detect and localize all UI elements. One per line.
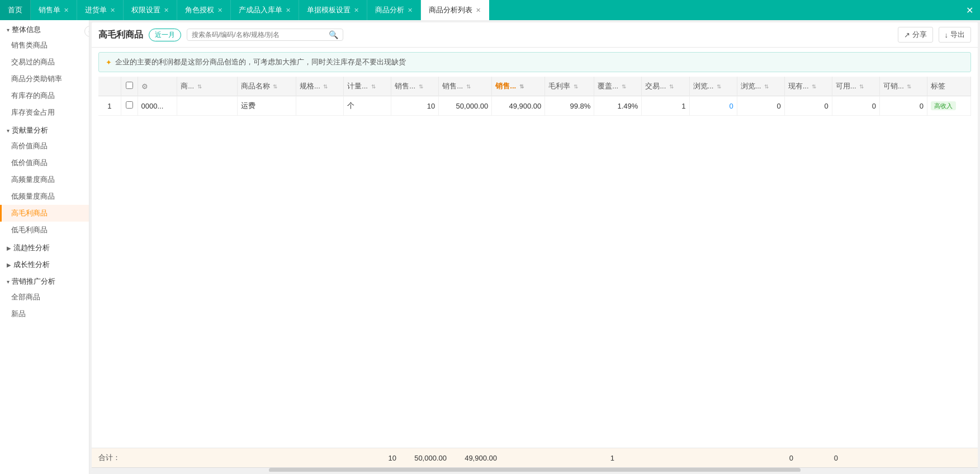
select-all-checkbox[interactable] xyxy=(126,82,133,89)
close-icon[interactable]: ✕ xyxy=(408,7,413,14)
scrollbar-thumb[interactable] xyxy=(269,468,801,472)
sort-icon: ⇅ xyxy=(907,83,911,90)
sidebar-item-high-value[interactable]: 高价值商品 xyxy=(0,138,89,154)
table-row: 1 0000... 运费 xyxy=(98,96,971,116)
footer-total-bar: 合计： 10 50,000.00 49,900.00 1 0 0 xyxy=(92,448,978,467)
sidebar-item-low-margin[interactable]: 低毛利商品 xyxy=(0,222,89,238)
sidebar-group-marketing[interactable]: ▾ 营销推广分析 xyxy=(0,272,89,289)
sidebar-group-trend[interactable]: ▶ 流趋性分析 xyxy=(0,238,89,255)
col-current-stock-header[interactable]: 现有... ⇅ xyxy=(784,77,832,96)
col-sales-amount-header[interactable]: 销售... ⇅ xyxy=(439,77,492,96)
footer-transaction: 1 xyxy=(579,454,618,462)
nav-item-permission[interactable]: 权限设置 ✕ xyxy=(124,0,177,20)
col-sales-profit-header[interactable]: 销售... ⇅ xyxy=(492,77,545,96)
settings-icon[interactable]: ⚙ xyxy=(141,82,148,91)
search-box: 🔍 xyxy=(187,29,343,41)
sidebar-item-category-rate[interactable]: 商品分类助销率 xyxy=(0,71,89,87)
col-gross-rate-header[interactable]: 毛利率 ⇅ xyxy=(545,77,594,96)
nav-item-home[interactable]: 首页 xyxy=(0,0,31,20)
sidebar-item-all-goods[interactable]: 全部商品 xyxy=(0,289,89,306)
period-button[interactable]: 近一月 xyxy=(149,29,181,41)
col-settings-header[interactable]: ⚙ xyxy=(138,77,177,96)
share-button[interactable]: ↗ 分享 xyxy=(898,27,933,43)
content-header: 高毛利商品 近一月 🔍 ↗ 分享 ↓ 导出 xyxy=(92,22,978,48)
close-icon[interactable]: ✕ xyxy=(217,7,222,14)
sidebar-item-high-margin[interactable]: 高毛利商品 xyxy=(0,205,89,222)
sort-icon: ⇅ xyxy=(859,83,864,90)
footer-sales-amount: 50,000.00 xyxy=(400,454,450,462)
col-sales-qty-header[interactable]: 销售... ⇅ xyxy=(391,77,439,96)
row-product-name: 运费 xyxy=(237,96,296,116)
nav-item-product-analysis[interactable]: 商品分析 ✕ xyxy=(367,0,421,20)
window-close-button[interactable]: ✕ xyxy=(959,0,980,20)
close-icon[interactable]: ✕ xyxy=(110,7,115,14)
sort-icon: ⇅ xyxy=(622,83,626,90)
close-icon[interactable]: ✕ xyxy=(164,7,169,14)
row-spec xyxy=(296,96,343,116)
sort-icon: ⇅ xyxy=(371,83,376,90)
sidebar: « ▾ 整体信息 销售类商品 交易过的商品 商品分类助销率 有库存的商品 库存资… xyxy=(0,20,89,474)
chevron-right-icon: ▶ xyxy=(7,262,11,268)
search-input[interactable] xyxy=(192,31,329,39)
row-browse1[interactable]: 0 xyxy=(689,96,737,116)
nav-item-product-in[interactable]: 产成品入库单 ✕ xyxy=(231,0,299,20)
sort-icon: ⇅ xyxy=(197,83,202,90)
row-checkbox[interactable] xyxy=(126,101,133,109)
row-checkbox-cell xyxy=(121,96,138,116)
info-icon: ✦ xyxy=(106,58,112,67)
col-coverage-header[interactable]: 覆盖... ⇅ xyxy=(594,77,642,96)
sidebar-group-growth[interactable]: ▶ 成长性分析 xyxy=(0,255,89,272)
sidebar-item-high-freq[interactable]: 高频量度商品 xyxy=(0,171,89,188)
sidebar-item-sales-goods[interactable]: 销售类商品 xyxy=(0,37,89,54)
close-icon[interactable]: ✕ xyxy=(64,7,69,14)
sort-icon: ⇅ xyxy=(764,83,769,90)
row-sales-amount: 50,000.00 xyxy=(439,96,492,116)
footer-sales-profit: 49,900.00 xyxy=(450,454,500,462)
footer-label: 合计： xyxy=(98,453,120,463)
row-coverage: 1.49% xyxy=(594,96,642,116)
sidebar-item-low-value[interactable]: 低价值商品 xyxy=(0,154,89,171)
sidebar-group-contribution[interactable]: ▾ 贡献量分析 xyxy=(0,121,89,138)
sidebar-item-in-stock[interactable]: 有库存的商品 xyxy=(0,87,89,104)
sort-icon: ⇅ xyxy=(574,83,578,90)
col-spec-header[interactable]: 规格... ⇅ xyxy=(296,77,343,96)
sidebar-item-low-freq[interactable]: 低频量度商品 xyxy=(0,188,89,205)
content-area: 高毛利商品 近一月 🔍 ↗ 分享 ↓ 导出 ✦ 企业的主要的利润都是这部分商品创… xyxy=(92,22,978,472)
col-unit-header[interactable]: 计量... ⇅ xyxy=(344,77,391,96)
row-unit: 个 xyxy=(344,96,391,116)
row-sales-profit: 49,900.00 xyxy=(492,96,545,116)
col-num-header xyxy=(98,77,121,96)
nav-item-template[interactable]: 单据模板设置 ✕ xyxy=(299,0,367,20)
search-icon[interactable]: 🔍 xyxy=(329,30,338,39)
sidebar-item-stock-capital[interactable]: 库存资金占用 xyxy=(0,104,89,121)
nav-item-product-list[interactable]: 商品分析列表 ✕ xyxy=(421,0,489,20)
col-code-header[interactable]: 商... ⇅ xyxy=(177,77,237,96)
sort-icon: ⇅ xyxy=(717,83,721,90)
row-sellable: 0 xyxy=(879,96,927,116)
sort-icon: ⇅ xyxy=(519,83,524,90)
chevron-down-icon: ▾ xyxy=(7,27,10,33)
col-browse1-header[interactable]: 浏览... ⇅ xyxy=(689,77,737,96)
col-browse2-header[interactable]: 浏览... ⇅ xyxy=(737,77,784,96)
nav-item-role[interactable]: 角色授权 ✕ xyxy=(177,0,231,20)
row-name-col xyxy=(177,96,237,116)
sidebar-item-traded-goods[interactable]: 交易过的商品 xyxy=(0,54,89,71)
main-layout: « ▾ 整体信息 销售类商品 交易过的商品 商品分类助销率 有库存的商品 库存资… xyxy=(0,20,980,474)
nav-item-sales[interactable]: 销售单 ✕ xyxy=(31,0,77,20)
col-sellable-header[interactable]: 可销... ⇅ xyxy=(879,77,927,96)
footer-sales-qty: 10 xyxy=(361,454,400,462)
col-transaction-header[interactable]: 交易... ⇅ xyxy=(642,77,689,96)
close-icon[interactable]: ✕ xyxy=(286,7,291,14)
sort-icon: ⇅ xyxy=(323,83,328,90)
close-icon[interactable]: ✕ xyxy=(476,7,481,14)
close-icon[interactable]: ✕ xyxy=(354,7,359,14)
chevron-down-icon: ▾ xyxy=(7,279,10,285)
sidebar-group-overview[interactable]: ▾ 整体信息 xyxy=(0,20,89,37)
export-button[interactable]: ↓ 导出 xyxy=(939,27,972,43)
nav-item-purchase[interactable]: 进货单 ✕ xyxy=(77,0,124,20)
col-available-header[interactable]: 可用... ⇅ xyxy=(832,77,879,96)
sidebar-item-new-goods[interactable]: 新品 xyxy=(0,306,89,322)
horizontal-scrollbar[interactable] xyxy=(92,467,978,472)
col-name-header[interactable]: 商品名称 ⇅ xyxy=(237,77,296,96)
export-icon: ↓ xyxy=(945,31,949,39)
